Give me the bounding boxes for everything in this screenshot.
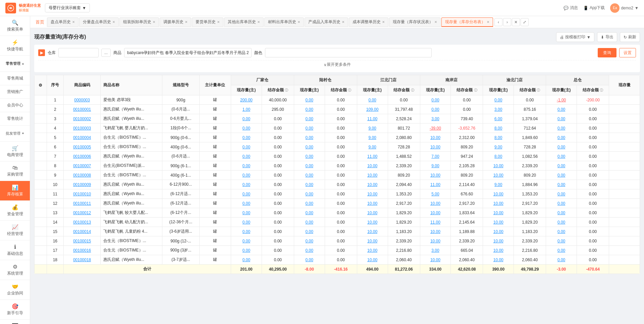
filter-toggle-btn[interactable]: ▶ <box>38 49 45 56</box>
app-download-btn[interactable]: 📱 App下载 <box>583 5 605 11</box>
tab-close-4[interactable]: ✕ <box>185 20 187 24</box>
filter-expand-row[interactable]: ∨ 展开更多条件 <box>38 60 636 69</box>
th-fcc-qty: 现存量(主) <box>231 85 262 95</box>
message-btn[interactable]: 💬 消息 <box>564 5 578 11</box>
company-selector[interactable]: 母婴行业演示账套 ▼ <box>45 3 90 12</box>
cell-name: 惠氏启赋（Wyeth illu... <box>101 114 162 124</box>
cell-lmc-amt: 0.00 <box>325 208 357 218</box>
tab-close-10[interactable]: ✕ <box>434 20 437 24</box>
sidebar-item-purchase[interactable]: 🛍 采购管理 <box>0 161 30 181</box>
sidebar-item-app-center[interactable]: 🔲 应用中心 <box>0 320 30 324</box>
cell-jbd-amt: 2,528.24 <box>388 114 420 124</box>
cell-lmc-qty: 0.00 <box>294 171 325 180</box>
cell-nab-amt: 0.00 <box>451 95 483 105</box>
tab-close-1[interactable]: ✕ <box>72 20 75 24</box>
tab-stock-status[interactable]: 现存量（库存状况表） ✕ <box>389 17 441 27</box>
tab-cost-adjust[interactable]: 成本调整单历史 ✕ <box>349 17 388 27</box>
sidebar-item-retail-stats[interactable]: 零售统计 <box>0 112 30 126</box>
search-btn[interactable]: 查询 <box>598 48 616 57</box>
sidebar-item-operations[interactable]: 📈 经营管理 <box>0 221 30 240</box>
cell-total-qty: 0.00 <box>546 199 577 208</box>
sidebar-item-inventory[interactable]: 📊 库存核算 <box>0 181 30 201</box>
cell-total-qty: 0.00 <box>546 189 577 199</box>
cell-settings <box>35 171 47 180</box>
tab-close-7[interactable]: ✕ <box>298 20 300 24</box>
table-row: 4 00100003 飞鹤星飞帆 婴儿配方奶... 1段(0-6个... 罐 0… <box>35 124 640 133</box>
cell-total-amt: 0.00 <box>577 124 609 133</box>
tab-close-5[interactable]: ✕ <box>217 20 220 24</box>
cell-yub-qty: 8.00 <box>483 152 514 161</box>
cell-fcc-amt: 0.00 <box>262 255 294 265</box>
cell-total-qty: 0.00 <box>546 227 577 236</box>
tab-close-6[interactable]: ✕ <box>257 20 260 24</box>
user-area[interactable]: Ea demo2 ▼ <box>610 3 639 13</box>
tab-outbound-history[interactable]: 其他出库单历史 ✕ <box>224 17 264 27</box>
inventory-table: ⚙ 序号 商品编码 商品名称 规格型号 主计量单位 厂家仓 陆村仓 江北门店 南… <box>34 75 640 274</box>
tab-close-2[interactable]: ✕ <box>112 20 115 24</box>
warehouse-input[interactable] <box>58 48 99 57</box>
tab-order-history[interactable]: 要货单历史 ✕ <box>192 17 223 27</box>
tab-material-outbound[interactable]: 材料出库单历史 ✕ <box>264 17 304 27</box>
table-row: 10 00100009 惠氏启赋（Wyeth illu... 6-12月900.… <box>35 180 640 189</box>
cell-fcc-qty: 0.00 <box>231 189 262 199</box>
cell-settings <box>35 199 47 208</box>
tab-close-3[interactable]: ✕ <box>153 20 155 24</box>
cell-total-amt: 0.00 <box>577 171 609 180</box>
cell-total-amt: 0.00 <box>577 199 609 208</box>
print-btn[interactable]: 🖨 按模板打印 ▼ <box>556 32 594 42</box>
cell-total-amt: 0.00 <box>577 189 609 199</box>
tab-assembly-history[interactable]: 组装拆卸单历史 ✕ <box>119 17 159 27</box>
sidebar-item-retail-store[interactable]: 零售商城 <box>0 72 30 85</box>
cell-total-qty: 0.00 <box>546 218 577 227</box>
cell-total-amt: 0.00 <box>577 152 609 161</box>
tab-close-all-btn[interactable]: ✕ <box>512 18 520 26</box>
sidebar-item-search[interactable]: 🔍 搜索英单 <box>0 16 30 36</box>
inventory-icon: 📊 <box>12 184 18 191</box>
sidebar-item-ecommerce[interactable]: 🛒 电商管理 <box>0 142 30 161</box>
goods-input[interactable] <box>124 48 252 57</box>
cell-code: 00100005 <box>63 142 100 152</box>
cell-jbd-qty: 10.00 <box>357 199 388 208</box>
sidebar-item-finance[interactable]: 💰 资金管理 <box>0 201 30 221</box>
color-input[interactable] <box>265 48 432 57</box>
refresh-btn[interactable]: ↻ 刷新 <box>620 32 640 42</box>
cell-total-qty: 0.00 <box>546 133 577 142</box>
export-btn[interactable]: ⬇ 导出 <box>597 32 617 42</box>
th-settings[interactable]: ⚙ <box>35 75 47 95</box>
sidebar-item-wholesale[interactable]: 批发管理 ▼ <box>0 126 30 142</box>
sidebar-item-quicknav[interactable]: ⚡ 快捷导航 <box>0 36 30 56</box>
tab-production-inbound[interactable]: 产成品入库单历史 ✕ <box>305 17 348 27</box>
cell-fcc-amt: 0.00 <box>262 180 294 189</box>
tab-close-9[interactable]: ✕ <box>382 20 385 24</box>
cell-yub-amt: 712.64 <box>514 124 546 133</box>
sidebar-item-member[interactable]: 会员中心 <box>0 99 30 112</box>
tab-next-btn[interactable]: › <box>503 18 511 26</box>
sidebar-item-guide[interactable]: 🎯 新手引导 <box>0 300 30 320</box>
setting-btn[interactable]: 设置 <box>619 48 636 57</box>
sidebar-item-collab[interactable]: 🤝 企业协同 <box>0 280 30 300</box>
th-total-qty: 现存量(主) <box>546 85 577 95</box>
tab-stock-distribution[interactable]: 现存量（库存分布表） ✕ <box>441 17 493 27</box>
cell-yub-amt: 1,379.04 <box>514 114 546 124</box>
tab-home[interactable]: 首页 <box>33 18 47 27</box>
tab-transfer-history[interactable]: 调拨单历史 ✕ <box>160 17 191 27</box>
cell-spec: (3-6岁适用... <box>162 227 199 236</box>
sidebar-item-retail-mgmt[interactable]: 零售管理 ▲ <box>0 56 30 72</box>
tab-inventory-history-1[interactable]: 盘点单历史 ✕ <box>47 17 78 27</box>
sidebar-item-basic-info[interactable]: ℹ 基础信息 <box>0 240 30 260</box>
cell-jbd-qty: 10.00 <box>357 236 388 246</box>
sidebar-item-marketing[interactable]: 营销推广 <box>0 85 30 99</box>
cell-fcc-qty: 0.00 <box>231 142 262 152</box>
cell-total-qty: 0.00 <box>546 180 577 189</box>
sidebar-item-system[interactable]: ⚙ 系统管理 <box>0 260 30 280</box>
table-row: 1 0000003 爱他美 虑草3段 900g 罐 200.00 40,000.… <box>35 95 640 105</box>
tab-bar: 首页 盘点单历史 ✕ 分量盘点单历史 ✕ 组装拆卸单历史 ✕ 调拨单历史 ✕ 要… <box>30 16 644 28</box>
tab-prev-btn[interactable]: ‹ <box>494 18 502 26</box>
tab-close-8[interactable]: ✕ <box>342 20 344 24</box>
warehouse-ellipsis-btn[interactable]: ... <box>101 49 111 57</box>
tab-close-11[interactable]: ✕ <box>487 20 489 24</box>
tab-expand-btn[interactable]: ⤢ <box>521 18 529 26</box>
cell-seq: 17 <box>47 246 63 255</box>
tab-inventory-history-2[interactable]: 分量盘点单历史 ✕ <box>79 17 119 27</box>
cell-nab-amt: 0.00 <box>451 105 483 114</box>
